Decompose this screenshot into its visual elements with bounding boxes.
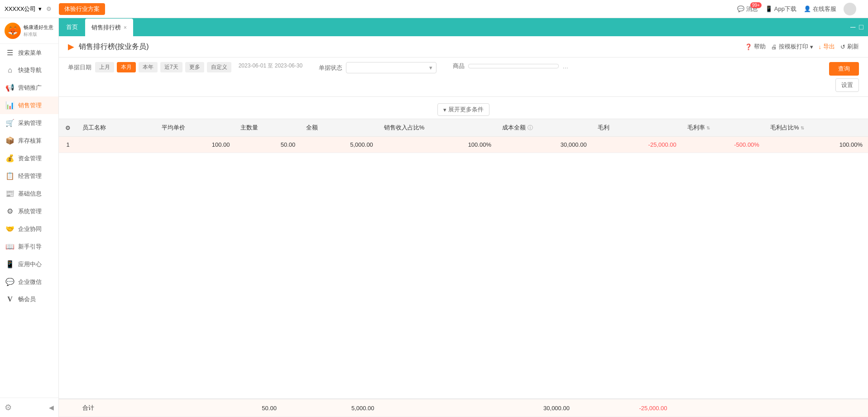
- wechat-icon: 💬: [5, 278, 14, 286]
- operations-icon: 📋: [5, 172, 14, 180]
- goods-select[interactable]: [468, 64, 559, 68]
- date-label: 单据日期: [68, 63, 91, 72]
- goods-label: 商品: [453, 62, 465, 70]
- goods-more[interactable]: …: [562, 63, 568, 70]
- print-dropdown-icon[interactable]: ▾: [810, 43, 813, 50]
- sidebar-item-purchase[interactable]: 🛒 采购管理: [0, 114, 58, 132]
- page-header: ▶ 销售排行榜(按业务员) ❓ 帮助 🖨 按模板打印 ▾: [59, 36, 868, 58]
- help-label: 帮助: [754, 43, 766, 51]
- sidebar-item-label: 企业协同: [18, 225, 42, 233]
- collapse-btn[interactable]: ▶: [68, 42, 74, 52]
- message-badge: 99+: [750, 2, 762, 8]
- export-btn[interactable]: ↓ 导出: [819, 43, 835, 51]
- page-content: ▶ 销售排行榜(按业务员) ❓ 帮助 🖨 按模板打印 ▾: [59, 36, 868, 417]
- help-btn[interactable]: ❓ 帮助: [745, 43, 766, 51]
- sidebar-item-member[interactable]: V 畅会员: [0, 291, 58, 308]
- col-avg-price: 平均单价: [156, 119, 235, 137]
- sidebar-item-wechat[interactable]: 💬 企业微信: [0, 273, 58, 291]
- sidebar-item-finance[interactable]: 💰 资金管理: [0, 149, 58, 167]
- content-area: 首页 销售排行榜 × ─ □ ▶ 销售排行榜(按业务员): [59, 18, 868, 417]
- company-dropdown-icon: ▾: [38, 5, 42, 12]
- table-section: ⚙ 员工名称 平均单价 主数量 全额 销售收入占比% 成本全额 ⓘ: [59, 119, 868, 417]
- table-header: ⚙ 员工名称 平均单价 主数量 全额 销售收入占比% 成本全额 ⓘ: [59, 119, 868, 137]
- sidebar-item-system[interactable]: ⚙ 系统管理: [0, 202, 58, 220]
- sidebar-item-guide[interactable]: 📖 新手引导: [0, 238, 58, 255]
- template-print-btn[interactable]: 🖨 按模板打印 ▾: [771, 43, 813, 51]
- table-footer: 合计 50.00 5,000.00 30,000.00 -25,000.00: [59, 398, 868, 417]
- sidebar-item-operations[interactable]: 📋 经营管理: [0, 167, 58, 185]
- sidebar-item-apps[interactable]: 📱 应用中心: [0, 255, 58, 273]
- logo-icon: 🦊: [5, 23, 21, 39]
- inventory-icon: 📦: [5, 136, 14, 145]
- table-wrapper[interactable]: ⚙ 员工名称 平均单价 主数量 全额 销售收入占比% 成本全额 ⓘ: [59, 119, 868, 398]
- sidebar-collapse-icon[interactable]: ◀: [49, 404, 54, 411]
- date-filter: 单据日期 上月 本月 本年 近7天 更多 自定义: [68, 62, 231, 72]
- tab-close-btn[interactable]: ×: [124, 24, 127, 31]
- refresh-icon: ↺: [840, 43, 845, 50]
- sidebar-item-basic-info[interactable]: 📰 基础信息: [0, 185, 58, 202]
- tab-maximize-btn[interactable]: □: [859, 23, 863, 31]
- tab-home[interactable]: 首页: [59, 18, 85, 36]
- service-icon: 👤: [804, 5, 811, 12]
- date-btn-this-month[interactable]: 本月: [117, 62, 136, 72]
- footer-profit: -25,000.00: [575, 399, 673, 417]
- sidebar-item-quicknav[interactable]: ⌂ 快捷导航: [0, 62, 58, 79]
- message-btn[interactable]: 💬 消息 99+: [737, 5, 758, 13]
- member-icon: V: [5, 295, 14, 303]
- top-bar-right: 💬 消息 99+ 📱 App下载 👤 在线客服: [737, 3, 863, 15]
- sidebar-item-label: 新手引导: [18, 243, 42, 251]
- sidebar-item-label: 畅会员: [18, 295, 36, 303]
- tab-sales-ranking[interactable]: 销售排行榜 ×: [85, 19, 133, 37]
- print-icon: 🖨: [771, 43, 777, 50]
- cell-name: [77, 137, 156, 153]
- settings-btn[interactable]: 设置: [835, 78, 859, 92]
- status-select[interactable]: ▾: [346, 62, 436, 73]
- tab-bar: 首页 销售排行榜 × ─ □: [59, 18, 868, 36]
- page-actions: ❓ 帮助 🖨 按模板打印 ▾ ↓ 导出 ↺: [745, 43, 859, 51]
- date-btn-more[interactable]: 更多: [185, 62, 204, 72]
- industry-btn[interactable]: 体验行业方案: [59, 3, 105, 15]
- query-btn[interactable]: 查询: [829, 62, 859, 76]
- sidebar-item-sales[interactable]: 📊 销售管理: [0, 96, 58, 114]
- tab-label: 销售排行榜: [91, 24, 121, 32]
- col-settings[interactable]: ⚙: [59, 119, 77, 137]
- date-btn-custom[interactable]: 自定义: [207, 62, 231, 72]
- expand-more-btn[interactable]: ▾ 展开更多条件: [437, 103, 489, 116]
- sidebar-settings-icon[interactable]: ⚙: [5, 403, 12, 412]
- tab-minimize-btn[interactable]: ─: [850, 23, 855, 31]
- avatar[interactable]: [844, 3, 856, 15]
- table-row: 1 100.00 50.00 5,000.00 100.00% 30,000.0…: [59, 137, 868, 153]
- cell-sales-pct: 100.00%: [379, 137, 497, 153]
- settings-icon[interactable]: ⚙: [46, 5, 52, 12]
- company-selector[interactable]: XXXXX公司 ▾: [5, 5, 42, 13]
- date-btn-7days[interactable]: 近7天: [160, 62, 182, 72]
- expand-label: 展开更多条件: [448, 105, 484, 114]
- help-icon: ❓: [745, 43, 752, 50]
- sidebar-item-collab[interactable]: 🤝 企业协同: [0, 220, 58, 238]
- online-service-btn[interactable]: 👤 在线客服: [804, 5, 836, 13]
- sidebar-logo: 🦊 畅康通好生意 标准版: [0, 18, 58, 44]
- app-download-btn[interactable]: 📱 App下载: [765, 5, 796, 13]
- profit-rate-sort-icon[interactable]: ⇅: [706, 125, 710, 130]
- purchase-icon: 🛒: [5, 119, 14, 127]
- sidebar-item-inventory[interactable]: 📦 库存核算: [0, 132, 58, 149]
- sidebar: 🦊 畅康通好生意 标准版 ☰ 搜索菜单 ⌂ 快捷导航 📢 营销推广 📊 销售: [0, 18, 59, 417]
- main-layout: 🦊 畅康通好生意 标准版 ☰ 搜索菜单 ⌂ 快捷导航 📢 营销推广 📊 销售: [0, 18, 868, 417]
- collab-icon: 🤝: [5, 225, 14, 233]
- sidebar-item-label: 基础信息: [18, 190, 42, 198]
- sidebar-item-search[interactable]: ☰ 搜索菜单: [0, 44, 58, 62]
- status-label: 单据状态: [319, 64, 342, 72]
- col-profit: 毛利: [592, 119, 682, 137]
- print-label: 按模板打印: [779, 43, 808, 51]
- message-icon: 💬: [737, 5, 744, 12]
- col-main-qty: 主数量: [235, 119, 301, 137]
- cost-info-icon[interactable]: ⓘ: [528, 125, 533, 131]
- cell-avg-price: 100.00: [156, 137, 235, 153]
- refresh-btn[interactable]: ↺ 刷新: [840, 43, 859, 51]
- date-btn-last-month[interactable]: 上月: [95, 62, 114, 72]
- date-btn-this-year[interactable]: 本年: [139, 62, 158, 72]
- col-name: 员工名称: [77, 119, 156, 137]
- profit-pct-sort-icon[interactable]: ⇅: [801, 125, 804, 130]
- sidebar-item-marketing[interactable]: 📢 营销推广: [0, 79, 58, 96]
- footer-profit-pct: [770, 399, 868, 417]
